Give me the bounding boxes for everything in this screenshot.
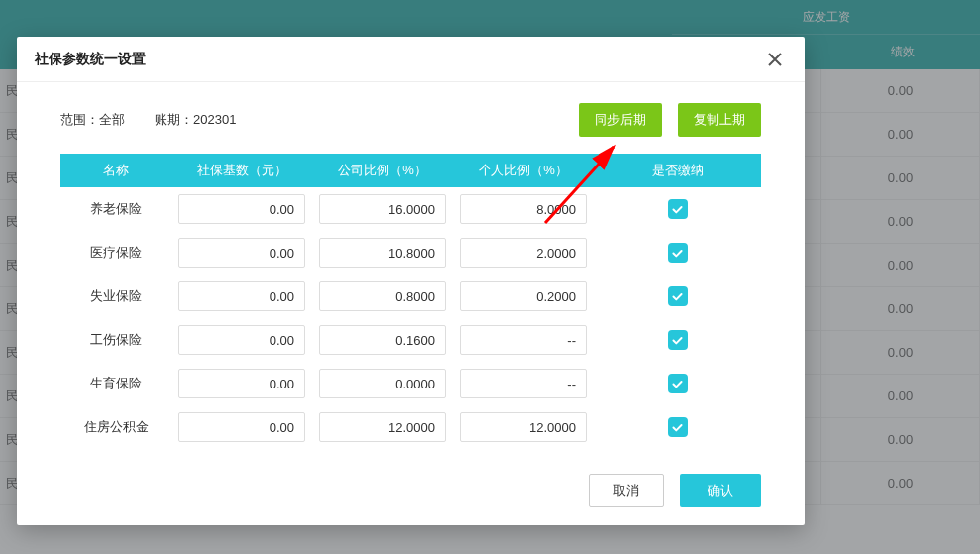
modal-footer: 取消 确认 [17,456,805,525]
company-ratio-input[interactable] [319,412,446,442]
period-label: 账期： [155,112,193,127]
confirm-button[interactable]: 确认 [680,474,761,507]
period-text: 账期：202301 [155,111,236,129]
row-name: 生育保险 [60,362,171,405]
th-corp: 公司比例（%） [312,162,453,179]
table-row: 生育保险 [60,362,761,405]
modal-header: 社保参数统一设置 [17,37,805,82]
pay-checkbox[interactable] [668,199,688,219]
sync-later-button[interactable]: 同步后期 [579,103,662,137]
cancel-button[interactable]: 取消 [589,474,664,507]
personal-ratio-input[interactable] [460,238,587,268]
th-pay: 是否缴纳 [594,162,761,179]
row-name: 住房公积金 [60,405,171,449]
scope-text: 范围：全部 [60,111,125,129]
th-pers: 个人比例（%） [453,162,594,179]
company-ratio-input[interactable] [319,238,446,268]
modal-title: 社保参数统一设置 [35,51,146,68]
check-icon [671,290,684,303]
personal-ratio-input[interactable] [460,412,587,442]
close-icon [767,52,783,67]
personal-ratio-input[interactable] [460,194,587,224]
row-name: 养老保险 [60,187,171,231]
table-row: 养老保险 [60,187,761,231]
personal-ratio-input[interactable] [460,369,587,398]
row-name: 失业保险 [60,275,171,318]
personal-ratio-input[interactable] [460,325,587,355]
base-input[interactable] [178,238,305,268]
row-name: 医疗保险 [60,231,171,275]
pay-checkbox[interactable] [668,286,688,306]
pay-checkbox[interactable] [668,374,688,393]
check-icon [671,247,684,260]
company-ratio-input[interactable] [319,369,446,398]
check-icon [671,203,684,216]
row-name: 工伤保险 [60,318,171,362]
copy-prev-button[interactable]: 复制上期 [678,103,761,137]
scope-label: 范围： [60,112,99,127]
table-header: 名称 社保基数（元） 公司比例（%） 个人比例（%） 是否缴纳 [60,154,761,187]
social-insurance-modal: 社保参数统一设置 范围：全部 账期：202301 同步后期 复制上期 名称 社保… [17,37,805,525]
period-value: 202301 [193,112,236,127]
close-button[interactable] [763,48,787,71]
table-row: 住房公积金 [60,405,761,449]
base-input[interactable] [178,325,305,355]
pay-checkbox[interactable] [668,417,688,437]
table-row: 失业保险 [60,275,761,318]
check-icon [671,334,684,347]
company-ratio-input[interactable] [319,325,446,355]
check-icon [671,378,684,390]
company-ratio-input[interactable] [319,281,446,311]
company-ratio-input[interactable] [319,194,446,224]
base-input[interactable] [178,281,305,311]
insurance-table: 名称 社保基数（元） 公司比例（%） 个人比例（%） 是否缴纳 养老保险医疗保险… [60,154,761,449]
base-input[interactable] [178,412,305,442]
scope-value: 全部 [99,112,125,127]
th-name: 名称 [60,162,171,179]
base-input[interactable] [178,369,305,398]
check-icon [671,421,684,434]
table-row: 工伤保险 [60,318,761,362]
personal-ratio-input[interactable] [460,281,587,311]
table-row: 医疗保险 [60,231,761,275]
base-input[interactable] [178,194,305,224]
pay-checkbox[interactable] [668,243,688,263]
pay-checkbox[interactable] [668,330,688,350]
th-base: 社保基数（元） [171,162,312,179]
